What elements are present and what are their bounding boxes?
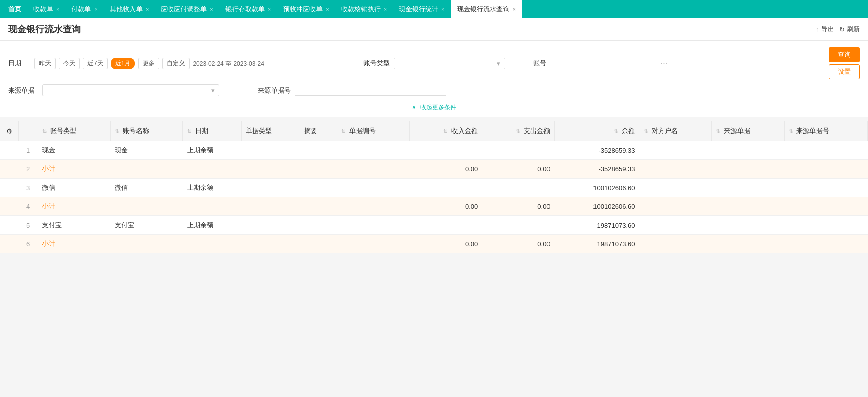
nav-tab-adjustment[interactable]: 应收应付调整单 ×	[155, 0, 219, 18]
account-type-select[interactable]: ▾	[394, 58, 505, 69]
date-btn-more[interactable]: 更多	[138, 58, 159, 69]
table-col-account-type[interactable]: ⇅ 账号类型	[38, 121, 110, 141]
nav-tab-cash-stats[interactable]: 现金银行统计 ×	[393, 0, 450, 18]
table-cell	[241, 160, 300, 179]
table-cell	[784, 235, 867, 253]
filter-row-source: 来源单据 ▾ 来源单据号	[8, 84, 860, 96]
sort-arrows-balance: ⇅	[614, 128, 618, 134]
table-header-row: ⚙ ⇅ 账号类型 ⇅ 账号名称 ⇅ 日期 单据类型 摘要	[0, 121, 868, 141]
refresh-icon: ↻	[839, 26, 845, 33]
nav-tab-advance-label: 预收冲应收单	[283, 5, 323, 14]
nav-tab-other-income[interactable]: 其他收入单 ×	[104, 0, 155, 18]
source-doc-no-input[interactable]	[295, 85, 446, 96]
sort-arrows-account-type: ⇅	[42, 128, 47, 134]
table-cell: 3	[18, 179, 38, 197]
nav-tab-adjustment-close[interactable]: ×	[210, 6, 213, 12]
table-cell: -3528659.33	[555, 160, 639, 179]
table-cell	[241, 235, 300, 253]
date-btn-7days[interactable]: 近7天	[83, 58, 108, 69]
page-header: 现金银行流水查询 ↑ 导出 ↻ 刷新	[0, 18, 868, 41]
table-cell	[300, 160, 337, 179]
table-col-expense[interactable]: ⇅ 支出金额	[482, 121, 554, 141]
nav-tab-home[interactable]: 首页	[2, 0, 27, 18]
table-cell	[409, 141, 482, 160]
table-col-source-doc[interactable]: ⇅ 来源单据	[712, 121, 784, 141]
table-cell: 上期余额	[183, 179, 241, 197]
table-cell	[0, 179, 18, 197]
table-cell	[241, 197, 300, 216]
date-label: 日期	[8, 59, 26, 68]
table-cell	[482, 141, 554, 160]
source-doc-arrow-icon: ▾	[211, 86, 215, 94]
sort-arrows-source-doc: ⇅	[716, 128, 720, 134]
filter-row-date: 日期 昨天 今天 近7天 近1月 更多 自定义 2023-02-24 至 202…	[8, 47, 860, 79]
nav-tab-bank-deposit[interactable]: 银行存取款单 ×	[219, 0, 277, 18]
table-cell	[639, 141, 712, 160]
table-cell: 0.00	[482, 235, 554, 253]
collapse-bar[interactable]: ∧ 收起更多条件	[8, 101, 860, 113]
source-doc-no-label: 来源单据号	[258, 86, 291, 95]
nav-tab-receipt[interactable]: 收款单 ×	[27, 0, 65, 18]
nav-tab-receipt-close[interactable]: ×	[56, 6, 59, 12]
table-row: 4小计0.000.00100102606.60	[0, 197, 868, 216]
date-btn-custom[interactable]: 自定义	[162, 58, 190, 69]
date-btn-yesterday[interactable]: 昨天	[34, 58, 56, 69]
date-btn-1month[interactable]: 近1月	[111, 58, 135, 69]
table-cell	[482, 216, 554, 235]
table-col-counterpart[interactable]: ⇅ 对方户名	[639, 121, 712, 141]
table-cell: 5	[18, 216, 38, 235]
nav-tab-payment-label: 付款单	[71, 5, 91, 14]
table-cell: 19871073.60	[555, 216, 639, 235]
table-cell: 微信	[111, 179, 183, 197]
table-col-source-doc-no[interactable]: ⇅ 来源单据号	[784, 121, 867, 141]
sort-arrows-date: ⇅	[187, 128, 191, 134]
table-col-income[interactable]: ⇅ 收入金额	[409, 121, 482, 141]
export-button[interactable]: ↑ 导出	[816, 25, 835, 34]
sort-arrows-counterpart: ⇅	[644, 128, 648, 134]
nav-tab-verify[interactable]: 收款核销执行 ×	[335, 0, 393, 18]
nav-tab-cash-stats-close[interactable]: ×	[441, 6, 444, 12]
table-cell	[639, 216, 712, 235]
table-body: 1现金现金上期余额-3528659.332小计0.000.00-3528659.…	[0, 141, 868, 253]
table-cell: 4	[18, 197, 38, 216]
account-more-icon[interactable]: ···	[661, 59, 667, 68]
table-cell	[639, 160, 712, 179]
table-cell: 支付宝	[38, 216, 110, 235]
export-label: 导出	[821, 25, 834, 34]
table-cell	[784, 141, 867, 160]
nav-tab-other-income-close[interactable]: ×	[146, 6, 149, 12]
collapse-label: 收起更多条件	[420, 104, 456, 111]
query-button[interactable]: 查询	[829, 47, 860, 62]
refresh-button[interactable]: ↻ 刷新	[839, 25, 860, 34]
table-cell	[300, 179, 337, 197]
nav-tab-cash-flow-close[interactable]: ×	[513, 6, 516, 12]
table-row: 3微信微信上期余额100102606.60	[0, 179, 868, 197]
table-row: 5支付宝支付宝上期余额19871073.60	[0, 216, 868, 235]
table-cell: 6	[18, 235, 38, 253]
table-cell	[337, 216, 409, 235]
nav-tab-bank-deposit-close[interactable]: ×	[268, 6, 271, 12]
nav-tab-cash-flow[interactable]: 现金银行流水查询 ×	[451, 0, 522, 18]
table-cell	[409, 216, 482, 235]
nav-tab-advance[interactable]: 预收冲应收单 ×	[277, 0, 335, 18]
sort-arrows-income: ⇅	[443, 128, 447, 134]
table-cell	[0, 216, 18, 235]
table-col-balance[interactable]: ⇅ 余额	[555, 121, 639, 141]
table-settings-col[interactable]: ⚙	[0, 121, 18, 141]
nav-tab-verify-close[interactable]: ×	[384, 6, 387, 12]
nav-tab-advance-close[interactable]: ×	[326, 6, 329, 12]
settings-button[interactable]: 设置	[829, 64, 860, 79]
table-col-doc-no[interactable]: ⇅ 单据编号	[337, 121, 409, 141]
table-col-account-name[interactable]: ⇅ 账号名称	[111, 121, 183, 141]
account-type-label: 账号类型	[363, 59, 390, 68]
account-input[interactable]	[556, 58, 657, 68]
table-col-date[interactable]: ⇅ 日期	[183, 121, 241, 141]
date-btn-today[interactable]: 今天	[59, 58, 80, 69]
source-doc-select[interactable]: ▾	[42, 84, 219, 96]
table-cell	[712, 235, 784, 253]
nav-tab-payment-close[interactable]: ×	[94, 6, 97, 12]
table-cell	[183, 160, 241, 179]
nav-tab-payment[interactable]: 付款单 ×	[65, 0, 103, 18]
nav-tab-cash-flow-label: 现金银行流水查询	[457, 5, 510, 14]
account-type-arrow-icon: ▾	[497, 60, 500, 67]
